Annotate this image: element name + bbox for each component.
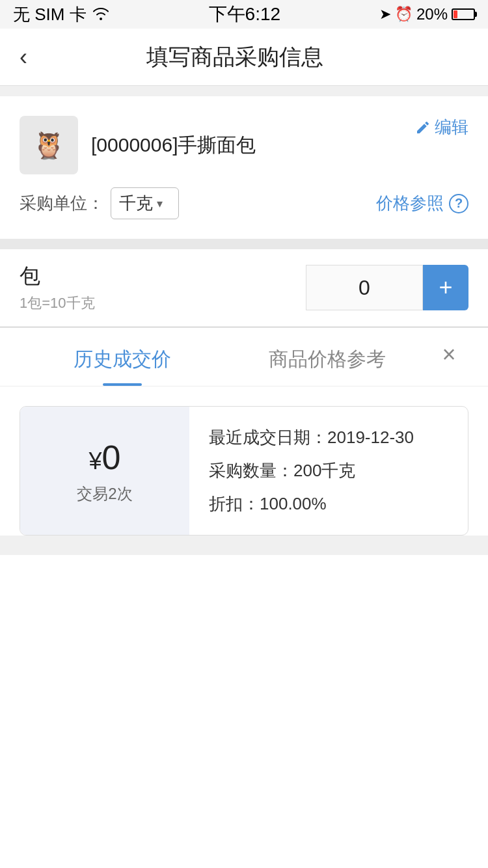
nav-bar: ‹ 填写商品采购信息 <box>0 29 488 86</box>
location-icon: ➤ <box>379 6 391 23</box>
info-icon: ? <box>449 194 468 213</box>
price-ref-label: 价格参照 <box>376 192 444 215</box>
product-left: 🦉 [0000006]手撕面包 <box>20 116 256 174</box>
latest-date-line: 最近成交日期：2019-12-30 <box>209 426 448 449</box>
price-ref-button[interactable]: 价格参照 ? <box>376 192 468 215</box>
product-card: 🦉 [0000006]手撕面包 编辑 采购单位： 千克 价格参照 ? <box>0 96 488 239</box>
history-left: ¥0 交易2次 <box>20 407 189 535</box>
history-price-card: ¥0 交易2次 最近成交日期：2019-12-30 采购数量：200千克 折扣：… <box>20 406 468 536</box>
qty-input[interactable]: 0 <box>306 265 423 310</box>
product-meta: 采购单位： 千克 价格参照 ? <box>20 187 468 219</box>
product-header: 🦉 [0000006]手撕面包 编辑 <box>20 116 468 174</box>
bottom-panel: 历史成交价 商品价格参考 × ¥0 交易2次 最近成交日期：2019-12-30… <box>0 327 488 536</box>
product-logo: 🦉 <box>33 130 65 161</box>
edit-icon <box>415 120 431 135</box>
qty-conversion: 1包=10千克 <box>20 293 95 313</box>
tabs-row: 历史成交价 商品价格参考 × <box>0 328 488 387</box>
qty-detail-label: 采购数量： <box>209 461 293 480</box>
qty-value: 0 <box>359 276 370 300</box>
status-left: 无 SIM 卡 <box>13 3 110 26</box>
status-time: 下午6:12 <box>209 2 281 27</box>
tab-close-button[interactable]: × <box>429 341 468 373</box>
unit-row: 采购单位： 千克 <box>20 187 179 219</box>
alarm-icon: ⏰ <box>395 6 413 23</box>
page-title: 填写商品采购信息 <box>27 42 442 72</box>
back-button[interactable]: ‹ <box>20 44 27 71</box>
latest-date-label: 最近成交日期： <box>209 427 327 447</box>
qty-plus-button[interactable]: + <box>423 265 468 310</box>
edit-label: 编辑 <box>435 116 468 139</box>
battery-percent: 20% <box>416 5 448 23</box>
wifi-icon <box>92 5 110 25</box>
tab-history-price[interactable]: 历史成交价 <box>20 328 224 386</box>
unit-dropdown[interactable]: 千克 <box>111 187 179 219</box>
price-value: 0 <box>102 439 121 476</box>
status-bar: 无 SIM 卡 下午6:12 ➤ ⏰ 20% <box>0 0 488 29</box>
edit-button[interactable]: 编辑 <box>415 116 468 139</box>
product-thumbnail: 🦉 <box>20 116 78 174</box>
product-name: [0000006]手撕面包 <box>91 132 256 159</box>
white-fill <box>0 555 488 868</box>
discount-label: 折扣： <box>209 494 260 513</box>
battery-icon <box>452 8 475 20</box>
price-display: ¥0 <box>89 438 121 477</box>
history-right: 最近成交日期：2019-12-30 采购数量：200千克 折扣：100.00% <box>189 407 468 535</box>
currency-symbol: ¥ <box>89 448 102 474</box>
qty-control: 0 + <box>306 265 468 310</box>
qty-detail-value: 200千克 <box>293 461 355 480</box>
unit-value: 千克 <box>119 192 153 215</box>
quantity-row: 包 1包=10千克 0 + <box>0 249 488 327</box>
divider-strip <box>0 239 488 249</box>
carrier-text: 无 SIM 卡 <box>13 3 87 26</box>
tab-price-ref[interactable]: 商品价格参考 <box>224 328 429 386</box>
latest-date-value: 2019-12-30 <box>327 427 414 447</box>
qty-label-area: 包 1包=10千克 <box>20 262 95 313</box>
discount-value: 100.00% <box>260 494 327 513</box>
discount-line: 折扣：100.00% <box>209 493 448 515</box>
trade-count: 交易2次 <box>77 483 132 504</box>
qty-line: 采购数量：200千克 <box>209 459 448 482</box>
status-right: ➤ ⏰ 20% <box>379 5 475 23</box>
unit-label: 采购单位： <box>20 192 104 215</box>
qty-unit-label: 包 <box>20 262 95 291</box>
